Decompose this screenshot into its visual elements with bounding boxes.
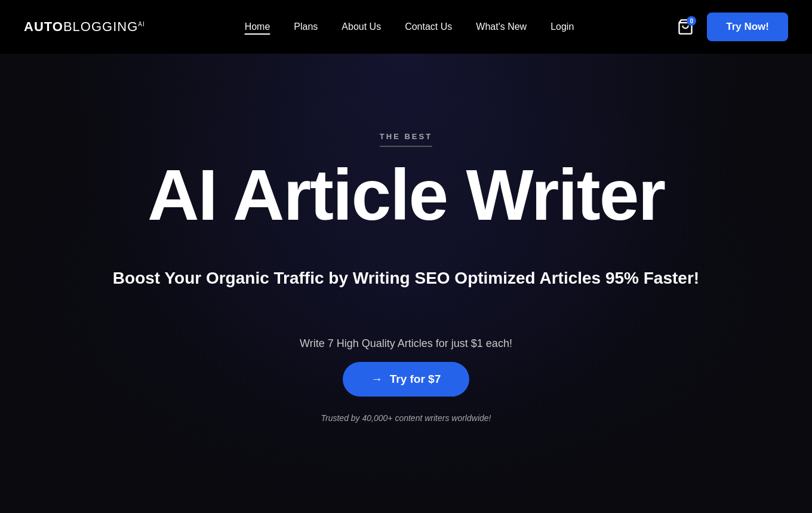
logo[interactable]: AUTOBLOGGINGAI [24,19,145,35]
sidebar-item-whats-new[interactable]: What's New [476,21,527,32]
arrow-icon: → [371,373,383,386]
sidebar-item-home[interactable]: Home [245,21,270,32]
sidebar-item-plans[interactable]: Plans [294,21,318,32]
hero-title: AI Article Writer [147,159,665,231]
navbar: AUTOBLOGGINGAI Home Plans About Us Conta… [0,0,812,54]
try-now-button[interactable]: Try Now! [707,13,788,41]
logo-text: AUTOBLOGGINGAI [24,19,145,34]
cart-button[interactable]: 0 [673,15,697,39]
hero-cta-section: Write 7 High Quality Articles for just $… [300,337,512,423]
nav-link-whats-new[interactable]: What's New [476,21,527,32]
hero-label: THE BEST [380,132,432,147]
hero-content: THE BEST AI Article Writer Boost Your Or… [113,132,699,423]
nav-link-about[interactable]: About Us [342,21,381,32]
hero-trusted-text: Trusted by 40,000+ content writers world… [321,413,491,423]
hero-section: THE BEST AI Article Writer Boost Your Or… [0,54,812,513]
sidebar-item-contact[interactable]: Contact Us [405,21,452,32]
hero-cta-button-label: Try for $7 [390,373,441,386]
nav-link-plans[interactable]: Plans [294,21,318,32]
hero-cta-text: Write 7 High Quality Articles for just $… [300,337,512,350]
nav-link-home[interactable]: Home [245,21,270,32]
sidebar-item-login[interactable]: Login [550,21,574,32]
cart-badge: 0 [687,16,696,26]
nav-right: 0 Try Now! [673,13,788,41]
hero-cta-button[interactable]: → Try for $7 [343,362,470,397]
hero-subtitle: Boost Your Organic Traffic by Writing SE… [113,266,699,290]
nav-link-login[interactable]: Login [550,21,574,32]
nav-link-contact[interactable]: Contact Us [405,21,452,32]
sidebar-item-about[interactable]: About Us [342,21,381,32]
nav-links: Home Plans About Us Contact Us What's Ne… [245,21,574,32]
